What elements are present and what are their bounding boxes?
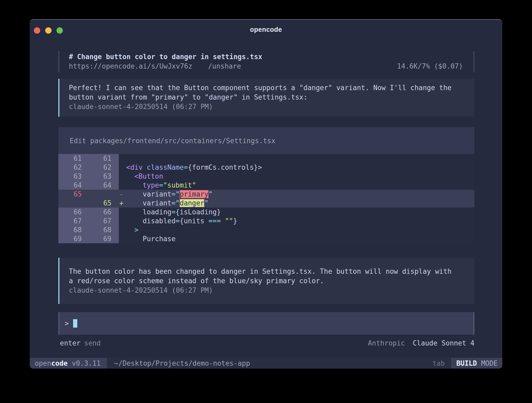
session-meta-row: https://opencode.ai/s/UwJxv76z /unshare … xyxy=(69,61,463,71)
opencode-window: opencode # Change button color to danger… xyxy=(30,19,502,369)
message-text: Perfect! I can see that the Button compo… xyxy=(69,83,467,92)
diff-marker xyxy=(119,181,126,190)
diff-row: 6666 loading={isLoading} xyxy=(58,208,474,216)
message-model-timestamp: claude-sonnet-4-20250514 (06:27 PM) xyxy=(69,286,467,295)
diff-row: 6767 disabled={units === ""} xyxy=(58,216,474,225)
line-number-old: 63 xyxy=(58,172,84,181)
screen: opencode # Change button color to danger… xyxy=(0,0,532,403)
diff-marker: - xyxy=(119,190,126,199)
line-number-old: 65 xyxy=(58,190,84,199)
diff-marker xyxy=(119,234,126,243)
line-number-new: 63 xyxy=(84,172,114,181)
line-number-old: 61 xyxy=(58,154,84,163)
diff-marker xyxy=(119,216,126,225)
line-number-new: 62 xyxy=(84,163,114,172)
diff-gutter: 65 xyxy=(58,199,119,208)
message-text: The button color has been changed to dan… xyxy=(69,267,467,276)
message-text: a red/rose color scheme instead of the b… xyxy=(69,276,467,286)
line-number-new: 69 xyxy=(84,234,114,243)
zoom-button[interactable] xyxy=(57,27,63,34)
close-button[interactable] xyxy=(34,27,40,34)
line-number-new: 66 xyxy=(84,208,114,216)
diff-row: 6363 <Button xyxy=(58,172,474,181)
app-version-badge: opencode v0.3.11 xyxy=(30,358,107,369)
diff-gutter: 6868 xyxy=(58,225,119,234)
code-line: type="submit" xyxy=(126,181,474,190)
line-number-old: 64 xyxy=(58,181,84,190)
send-action-hint: send xyxy=(84,338,101,348)
app-name-bold: code xyxy=(51,359,68,367)
window-title: opencode xyxy=(250,26,282,33)
text-cursor xyxy=(73,319,77,328)
app-version: v0.3.11 xyxy=(72,359,101,367)
line-number-old: 62 xyxy=(58,163,84,172)
code-line: variant="danger" xyxy=(126,199,474,208)
code-line xyxy=(126,154,474,163)
app-name-regular: open xyxy=(35,359,51,367)
diff-row: 65- variant="primary" xyxy=(58,190,474,199)
diff-view: 61616262<div className={formCs.controls}… xyxy=(58,154,474,243)
diff-gutter: 6161 xyxy=(58,154,119,163)
line-number-old: 69 xyxy=(58,234,84,243)
model-name: Claude Sonnet 4 xyxy=(413,339,474,347)
message-model-timestamp: claude-sonnet-4-20250514 (06:27 PM) xyxy=(69,102,467,111)
prompt-input[interactable]: > xyxy=(58,312,474,335)
line-number-new: 65 xyxy=(84,199,114,208)
diff-row: 6969 Purchase xyxy=(58,234,474,243)
working-directory: ~/Desktop/Projects/demo-notes-app xyxy=(114,359,250,367)
diff-row: 65+ variant="danger" xyxy=(58,199,474,208)
code-line: <div className={formCs.controls}> xyxy=(126,163,474,172)
edit-tool-card: Edit packages/frontend/src/containers/Se… xyxy=(58,127,474,243)
line-number-new: 64 xyxy=(84,181,114,190)
unshare-command: /unshare xyxy=(208,61,241,71)
model-indicator: Anthropic Claude Sonnet 4 xyxy=(368,338,474,348)
line-number-new: 67 xyxy=(84,216,114,225)
code-line: variant="primary" xyxy=(126,190,474,199)
diff-marker xyxy=(119,208,126,216)
diff-gutter: 6969 xyxy=(58,234,119,243)
assistant-message: The button color has been changed to dan… xyxy=(58,258,474,304)
diff-row: 6464 type="submit" xyxy=(58,181,474,190)
context-usage: 14.6K/7% ($0.07) xyxy=(397,61,463,71)
diff-marker xyxy=(119,154,126,163)
diff-gutter: 6767 xyxy=(58,216,119,225)
diff-row: 6161 xyxy=(58,154,474,163)
code-line: <Button xyxy=(126,172,474,181)
diff-gutter: 6262 xyxy=(58,163,119,172)
mode-toggle[interactable]: BUILD MODE xyxy=(451,358,502,369)
code-line: Purchase xyxy=(126,234,474,243)
tab-key-hint: tab xyxy=(432,359,451,367)
mode-name-rest: MODE xyxy=(481,359,498,367)
prompt-chevron: > xyxy=(65,319,69,327)
session-title: # Change button color to danger in setti… xyxy=(69,52,463,61)
provider-name: Anthropic xyxy=(368,339,405,347)
session-header: # Change button color to danger in setti… xyxy=(58,51,474,72)
diff-gutter: 6363 xyxy=(58,172,119,181)
status-bar: opencode v0.3.11 ~/Desktop/Projects/demo… xyxy=(30,358,502,369)
line-number-old: 68 xyxy=(58,225,84,234)
diff-marker: + xyxy=(119,199,126,208)
assistant-message: Perfect! I can see that the Button compo… xyxy=(58,79,474,117)
line-number-old: 67 xyxy=(58,216,84,225)
code-line: loading={isLoading} xyxy=(126,208,474,216)
diff-marker xyxy=(119,172,126,181)
line-number-old: 66 xyxy=(58,208,84,216)
line-number-new: 68 xyxy=(84,225,114,234)
composer-hint-row: enter send Anthropic Claude Sonnet 4 xyxy=(58,338,474,348)
code-line: > xyxy=(126,225,474,234)
share-url[interactable]: https://opencode.ai/s/UwJxv76z xyxy=(69,61,192,71)
diff-row: 6868 > xyxy=(58,225,474,234)
line-number-old xyxy=(58,199,84,208)
diff-marker xyxy=(119,163,126,172)
mode-name-bold: BUILD xyxy=(456,359,477,367)
enter-key-hint: enter xyxy=(60,338,80,348)
minimize-button[interactable] xyxy=(45,27,52,34)
titlebar: opencode xyxy=(30,20,502,39)
diff-marker xyxy=(119,225,126,234)
diff-gutter: 6464 xyxy=(58,181,119,190)
diff-row: 6262<div className={formCs.controls}> xyxy=(58,163,474,172)
edit-tool-title: Edit packages/frontend/src/containers/Se… xyxy=(58,127,474,146)
traffic-lights xyxy=(34,27,63,34)
diff-gutter: 6666 xyxy=(58,208,119,216)
code-line: disabled={units === ""} xyxy=(126,216,474,225)
